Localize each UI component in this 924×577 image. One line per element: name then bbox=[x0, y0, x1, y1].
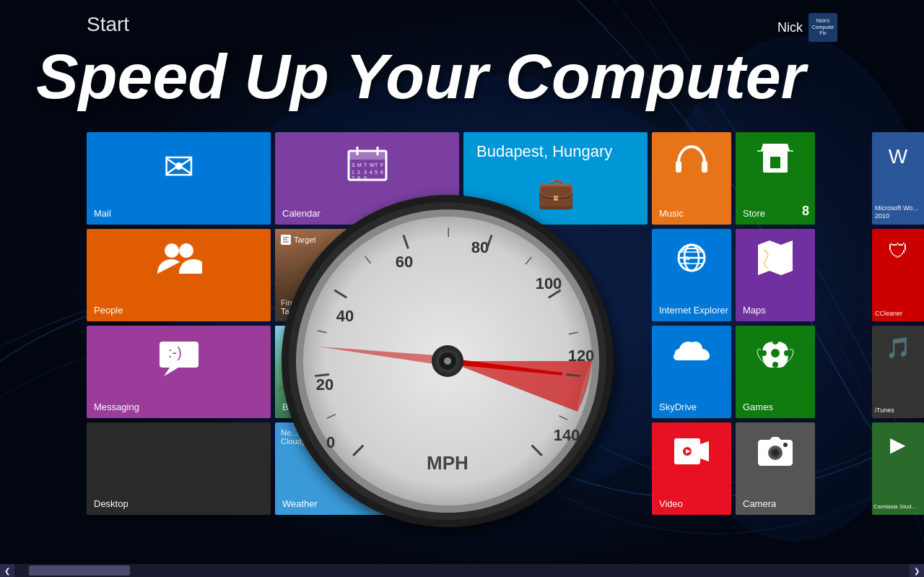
svg-point-28 bbox=[179, 243, 193, 258]
ie-icon: e bbox=[673, 239, 710, 279]
store-icon bbox=[757, 142, 793, 178]
people-label: People bbox=[94, 305, 123, 316]
svg-text::-): :-) bbox=[168, 344, 182, 360]
svg-text:6: 6 bbox=[380, 170, 383, 175]
user-area: Nick Nick's Computer Fix bbox=[777, 13, 837, 42]
video-label: Video bbox=[659, 498, 683, 509]
tile-people[interactable]: People bbox=[87, 229, 271, 321]
music-headphones-icon bbox=[673, 142, 710, 187]
maps-label: Maps bbox=[743, 305, 766, 316]
svg-point-58 bbox=[784, 350, 790, 356]
svg-text:7: 7 bbox=[352, 175, 354, 181]
scroll-track[interactable] bbox=[14, 564, 910, 577]
mail-label: Mail bbox=[94, 208, 111, 219]
svg-rect-4 bbox=[349, 151, 386, 160]
user-avatar[interactable]: Nick's Computer Fix bbox=[808, 13, 837, 42]
svg-text:8: 8 bbox=[357, 175, 360, 181]
ie-label: Internet Explorer bbox=[659, 305, 728, 316]
tile-itunes[interactable]: 🎵 iTunes bbox=[872, 326, 924, 418]
maps-icon bbox=[757, 239, 794, 279]
tile-store[interactable]: 8 Store bbox=[736, 132, 815, 225]
svg-text:4: 4 bbox=[370, 170, 372, 175]
itunes-label: iTunes bbox=[875, 407, 894, 414]
svg-point-60 bbox=[772, 362, 778, 368]
tile-camtasia[interactable]: ▶ Camtasia Stud... bbox=[872, 422, 924, 515]
ms-word-label: Microsoft Wo... 2010 bbox=[875, 204, 921, 220]
tiles-right: W Microsoft Wo... 2010 🛡 CCleaner 🎵 iTun… bbox=[872, 132, 924, 515]
svg-point-68 bbox=[783, 443, 788, 447]
camera-icon bbox=[757, 435, 794, 470]
svg-text:1: 1 bbox=[352, 170, 354, 175]
svg-text:W: W bbox=[370, 162, 375, 168]
svg-marker-62 bbox=[700, 441, 709, 461]
svg-point-27 bbox=[165, 243, 179, 258]
music-label: Music bbox=[659, 208, 684, 219]
svg-text:9: 9 bbox=[364, 175, 367, 181]
svg-text:140: 140 bbox=[554, 426, 580, 444]
svg-text:120: 120 bbox=[568, 347, 595, 365]
svg-text:e: e bbox=[683, 249, 690, 267]
svg-text:3: 3 bbox=[364, 170, 367, 175]
games-icon bbox=[757, 336, 794, 373]
scrollbar: ❮ ❯ bbox=[0, 564, 924, 577]
svg-text:60: 60 bbox=[396, 253, 413, 271]
mail-icon: ✉ bbox=[163, 145, 195, 188]
scroll-thumb[interactable] bbox=[29, 565, 130, 576]
svg-text:20: 20 bbox=[316, 376, 334, 394]
tile-maps[interactable]: Maps bbox=[736, 229, 815, 321]
svg-marker-44 bbox=[758, 240, 793, 275]
svg-rect-25 bbox=[770, 157, 780, 168]
svg-point-102 bbox=[444, 357, 451, 365]
scroll-left-button[interactable]: ❮ bbox=[0, 564, 14, 577]
ms-word-icon: W bbox=[889, 145, 907, 168]
people-icon bbox=[156, 239, 202, 281]
weather-city: Budapest, Hungary bbox=[476, 142, 612, 161]
svg-text:F: F bbox=[380, 162, 383, 168]
svg-text:100: 100 bbox=[536, 274, 562, 292]
ccleaner-icon: 🛡 bbox=[888, 239, 908, 263]
svg-rect-22 bbox=[676, 161, 681, 173]
svg-text:S: S bbox=[352, 162, 355, 168]
svg-point-67 bbox=[773, 451, 777, 455]
svg-text:40: 40 bbox=[336, 307, 354, 325]
svg-text:M: M bbox=[357, 162, 362, 168]
svg-point-57 bbox=[761, 350, 767, 356]
tile-camera[interactable]: Camera bbox=[736, 422, 815, 515]
ccleaner-label: CCleaner bbox=[875, 310, 902, 317]
svg-text:T: T bbox=[375, 162, 378, 168]
video-icon bbox=[673, 435, 710, 470]
tile-music[interactable]: Music bbox=[652, 132, 731, 225]
tile-mail[interactable]: ✉ Mail bbox=[87, 132, 271, 225]
svg-text:2: 2 bbox=[357, 170, 360, 175]
headline: Speed Up Your Computer bbox=[36, 40, 806, 113]
tile-messaging[interactable]: :-) Messaging bbox=[87, 326, 271, 418]
tile-desktop[interactable]: Desktop bbox=[87, 422, 271, 515]
header: Start Nick Nick's Computer Fix bbox=[0, 0, 924, 42]
messaging-label: Messaging bbox=[94, 402, 139, 412]
tile-ie[interactable]: e Internet Explorer bbox=[652, 229, 731, 321]
speedometer: 0 20 40 60 80 100 120 140 bbox=[267, 181, 628, 542]
desktop-label: Desktop bbox=[94, 498, 128, 509]
camera-label: Camera bbox=[743, 498, 776, 509]
tile-skydrive[interactable]: SkyDrive bbox=[652, 326, 731, 418]
svg-rect-23 bbox=[702, 161, 707, 173]
tile-ms-word[interactable]: W Microsoft Wo... 2010 bbox=[872, 132, 924, 225]
store-label: Store bbox=[743, 208, 765, 219]
user-name: Nick bbox=[777, 20, 803, 35]
skydrive-icon bbox=[671, 336, 712, 370]
games-label: Games bbox=[743, 402, 773, 412]
tile-games[interactable]: Games bbox=[736, 326, 815, 418]
svg-text:T: T bbox=[364, 162, 367, 168]
svg-marker-48 bbox=[164, 368, 178, 376]
scroll-right-button[interactable]: ❯ bbox=[910, 564, 924, 577]
svg-text:5: 5 bbox=[375, 170, 378, 175]
messaging-icon: :-) bbox=[158, 339, 200, 379]
camtasia-icon: ▶ bbox=[890, 433, 906, 456]
skydrive-label: SkyDrive bbox=[659, 402, 697, 412]
itunes-icon: 🎵 bbox=[886, 336, 911, 360]
tile-ccleaner[interactable]: 🛡 CCleaner bbox=[872, 229, 924, 321]
camtasia-label: Camtasia Stud... bbox=[873, 504, 923, 511]
svg-text:MPH: MPH bbox=[427, 452, 468, 474]
tile-video[interactable]: Video bbox=[652, 422, 731, 515]
store-badge: 8 bbox=[802, 204, 809, 219]
